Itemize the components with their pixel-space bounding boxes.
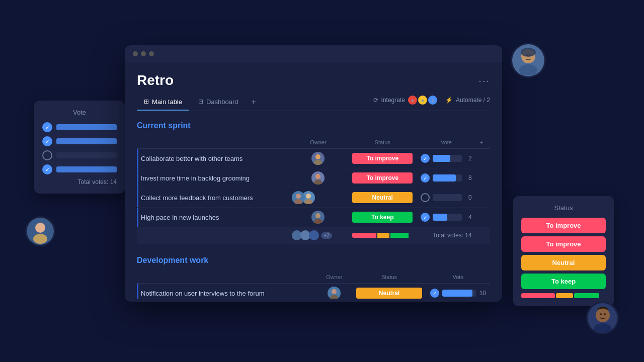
status-cell: To improve bbox=[348, 149, 417, 168]
vote-count: 2 bbox=[465, 155, 472, 162]
avatar bbox=[292, 191, 305, 204]
col-add-1[interactable]: + bbox=[476, 136, 490, 149]
vote-bar-container bbox=[433, 194, 462, 201]
status-badge: To keep bbox=[352, 212, 413, 223]
integrate-label: Integrate bbox=[381, 97, 405, 104]
avatar-top-right bbox=[511, 43, 546, 78]
traffic-light-1[interactable] bbox=[133, 51, 138, 56]
vote-checkbox-empty[interactable] bbox=[421, 193, 430, 202]
avatar bbox=[311, 211, 325, 224]
vote-cell: 0 bbox=[417, 188, 476, 208]
int-icon-2: ● bbox=[418, 96, 427, 105]
vote-check-3[interactable] bbox=[42, 150, 52, 160]
tab-main-table[interactable]: ⊞ Main table bbox=[137, 94, 189, 111]
integrate-button[interactable]: ⟳ Integrate ● ● ● bbox=[373, 96, 437, 105]
vote-checkbox[interactable]: ✓ bbox=[421, 173, 430, 183]
app-header: Retro ··· bbox=[137, 62, 490, 94]
vote-count: 4 bbox=[465, 214, 472, 221]
vote-check-1[interactable]: ✓ bbox=[42, 122, 52, 132]
summary-action bbox=[476, 227, 490, 244]
vote-bar-4 bbox=[56, 166, 117, 172]
status-cell: Neutral bbox=[352, 284, 426, 299]
tab-add-button[interactable]: + bbox=[248, 94, 260, 111]
vote-bar-container bbox=[433, 214, 462, 221]
vote-panel-title: Vote bbox=[42, 109, 117, 116]
col-status-1: Status bbox=[348, 136, 417, 149]
vote-row: ✓ bbox=[42, 136, 117, 146]
summary-total-votes: Total votes: 14 bbox=[417, 227, 476, 244]
toolbar-right: ⟳ Integrate ● ● ● ⚡ Automate / 2 bbox=[373, 96, 490, 109]
vote-cell: ✓ 2 bbox=[417, 149, 476, 168]
tab-dashboard-icon: ⊟ bbox=[198, 98, 203, 105]
avatar-cell bbox=[288, 168, 348, 188]
avatar bbox=[328, 287, 341, 299]
automate-icon: ⚡ bbox=[445, 97, 453, 104]
vote-checkbox[interactable]: ✓ bbox=[421, 154, 430, 163]
svg-point-17 bbox=[519, 64, 537, 75]
vote-cell: ✓ 10 bbox=[426, 284, 490, 299]
col-owner-1: Owner bbox=[288, 136, 348, 149]
row-label: Invest more time in backlog grooming bbox=[137, 168, 288, 188]
status-badge: To improve bbox=[352, 153, 413, 164]
vote-cell: ✓ 4 bbox=[417, 208, 476, 227]
svg-point-13 bbox=[330, 295, 338, 299]
status-bar-improve bbox=[521, 293, 555, 298]
svg-point-8 bbox=[306, 194, 311, 199]
int-icon-1: ● bbox=[408, 96, 417, 105]
header-menu-dots[interactable]: ··· bbox=[478, 75, 490, 86]
svg-point-1 bbox=[33, 234, 47, 244]
table-row: Collaborate better with other teams To i… bbox=[137, 149, 490, 168]
vote-panel-total: Total votes: 14 bbox=[42, 178, 117, 186]
traffic-light-2[interactable] bbox=[141, 51, 146, 56]
vote-bar-container bbox=[433, 155, 462, 162]
status-cell: To improve bbox=[348, 168, 417, 188]
tab-main-table-icon: ⊞ bbox=[144, 98, 149, 105]
status-cell: Neutral bbox=[348, 188, 417, 208]
status-panel-bar bbox=[521, 293, 606, 298]
vote-cell: ✓ 8 bbox=[417, 168, 476, 188]
vote-check-2[interactable]: ✓ bbox=[42, 136, 52, 146]
summary-bar-improve bbox=[352, 233, 376, 238]
row-action bbox=[476, 208, 490, 227]
section-development-work: Development work bbox=[137, 256, 490, 265]
automate-button[interactable]: ⚡ Automate / 2 bbox=[445, 97, 490, 104]
vote-checkbox[interactable]: ✓ bbox=[430, 289, 439, 298]
svg-point-23 bbox=[600, 313, 602, 315]
row-action bbox=[476, 168, 490, 188]
vote-checkbox[interactable]: ✓ bbox=[421, 213, 430, 222]
summary-bar-cell bbox=[348, 227, 417, 244]
vote-bar bbox=[442, 290, 472, 297]
svg-point-10 bbox=[315, 213, 320, 218]
main-window: Retro ··· ⊞ Main table ⊟ Dashboard + ⟳ I… bbox=[125, 45, 502, 302]
svg-point-9 bbox=[304, 199, 312, 204]
summary-row: +2 Total votes: 14 bbox=[137, 227, 490, 244]
vote-bar bbox=[433, 214, 447, 221]
vote-check-4[interactable]: ✓ bbox=[42, 164, 52, 174]
col-item bbox=[137, 136, 288, 149]
vote-row bbox=[42, 150, 117, 160]
col-owner-dev: Owner bbox=[316, 271, 352, 284]
integrate-icon: ⟳ bbox=[373, 97, 378, 104]
vote-count: 0 bbox=[465, 194, 472, 201]
row-label: High pace in new launches bbox=[137, 208, 288, 227]
col-item-dev bbox=[137, 271, 316, 284]
vote-bar bbox=[433, 155, 450, 162]
svg-point-12 bbox=[332, 289, 337, 294]
svg-point-5 bbox=[314, 179, 322, 185]
table-row: Collect more feedback from customers bbox=[137, 188, 490, 208]
vote-bar-1 bbox=[56, 124, 117, 130]
vote-panel: Vote ✓ ✓ ✓ Total votes: 14 bbox=[34, 101, 125, 194]
summary-empty bbox=[137, 227, 288, 244]
status-cell: To keep bbox=[348, 208, 417, 227]
tab-dashboard[interactable]: ⊟ Dashboard bbox=[191, 94, 246, 111]
svg-point-4 bbox=[315, 174, 320, 179]
int-icon-3: ● bbox=[428, 96, 437, 105]
col-vote-1: Vote bbox=[417, 136, 476, 149]
dev-work-table: Owner Status Vote Notification on user i… bbox=[137, 271, 490, 299]
summary-bar-keep bbox=[390, 233, 409, 238]
avatar-cell bbox=[316, 284, 352, 299]
svg-point-3 bbox=[314, 160, 322, 165]
col-status-dev: Status bbox=[352, 271, 426, 284]
traffic-light-3[interactable] bbox=[149, 51, 154, 56]
svg-point-6 bbox=[296, 194, 301, 199]
